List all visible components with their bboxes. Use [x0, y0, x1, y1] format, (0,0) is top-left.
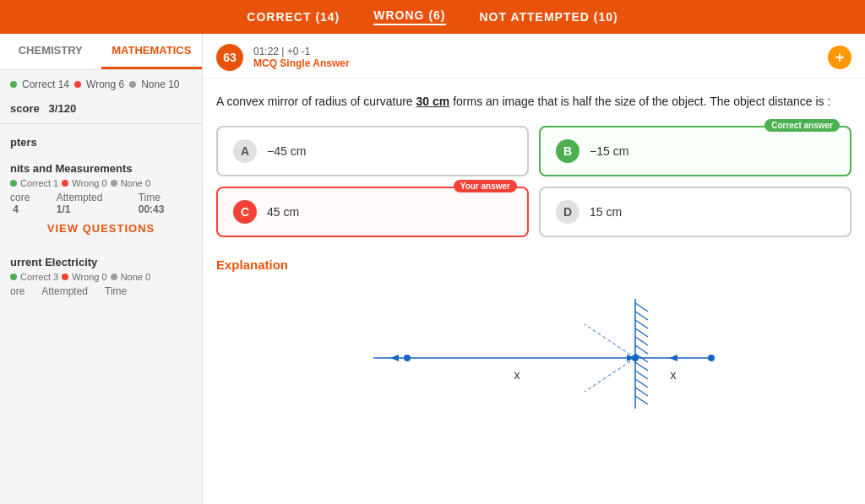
svg-point-17	[404, 355, 411, 361]
ch-time-label: Time 00:43	[139, 192, 192, 215]
chapter-units-stats: Correct 1 Wrong 0 None 0	[10, 178, 192, 188]
x-label-left: x	[514, 368, 520, 382]
correct-stat[interactable]: CORRECT (14)	[247, 10, 340, 24]
option-a-text: −45 cm	[267, 144, 306, 158]
chapter-current-details: ore Attempted Time	[10, 285, 192, 297]
chapters-label: pters	[0, 129, 202, 155]
svg-marker-2	[390, 355, 399, 361]
score-fraction: 3/120	[49, 102, 77, 115]
svg-line-20	[585, 324, 635, 358]
svg-line-15	[635, 387, 648, 396]
svg-line-13	[635, 371, 648, 379]
svg-marker-3	[669, 355, 677, 361]
ch2-wrong-dot	[62, 274, 68, 280]
svg-line-8	[635, 328, 648, 337]
option-b[interactable]: Correct answer B −15 cm	[539, 126, 851, 176]
question-header: 63 01:22 | +0 -1 MCQ Single Answer +	[203, 34, 865, 79]
your-answer-badge: Your answer	[454, 180, 517, 192]
ch2-score: ore	[10, 285, 24, 297]
summary-wrong: Wrong 6	[86, 79, 124, 90]
explanation-section: Explanation	[203, 251, 865, 431]
option-c-text: 45 cm	[267, 205, 299, 219]
options-grid: A −45 cm Correct answer B −15 cm Your an…	[203, 119, 865, 251]
chapter-current: urrent Electricity Correct 3 Wrong 0 Non…	[0, 249, 202, 305]
svg-line-12	[635, 362, 648, 371]
ch2-time-label: Time	[105, 285, 127, 297]
tab-chemistry[interactable]: CHEMISTRY	[0, 34, 101, 69]
summary-none: None 10	[141, 79, 179, 90]
ch2-correct-dot	[10, 274, 17, 280]
chapter-units-details: core 4 Attempted 1/1 Time 00:43	[10, 192, 192, 215]
svg-line-14	[635, 379, 648, 387]
svg-line-16	[635, 396, 648, 404]
mirror-diagram: x x	[323, 282, 745, 417]
sidebar-divider	[0, 123, 202, 124]
option-d-text: 15 cm	[590, 205, 622, 219]
svg-line-7	[635, 320, 648, 328]
stats-bar: CORRECT (14) WRONG (6) NOT ATTEMPTED (10…	[0, 0, 865, 34]
option-b-letter: B	[556, 139, 579, 163]
chapter-current-name: urrent Electricity	[10, 256, 192, 268]
ch2-none-dot	[111, 274, 117, 280]
correct-dot	[10, 81, 17, 88]
option-a-letter: A	[233, 139, 257, 163]
option-d-letter: D	[556, 200, 579, 224]
score-value	[42, 102, 46, 115]
question-number-badge: 63	[216, 44, 243, 71]
ch2-attempted-label: Attempted	[41, 285, 88, 297]
svg-line-6	[635, 312, 648, 320]
option-b-text: −15 cm	[590, 144, 628, 158]
content-area: 63 01:22 | +0 -1 MCQ Single Answer + A c…	[203, 34, 865, 504]
sidebar-score: score 3/120	[0, 99, 202, 118]
svg-point-19	[708, 355, 715, 361]
sidebar-tabs: CHEMISTRY MATHEMATICS	[0, 34, 202, 70]
svg-line-10	[635, 345, 648, 354]
question-body: A convex mirror of radius of curvature 3…	[203, 79, 865, 119]
ch-wrong-dot	[62, 180, 68, 187]
chapter-units-name: nits and Measurements	[10, 162, 192, 175]
x-label-right: x	[671, 368, 677, 382]
main-layout: CHEMISTRY MATHEMATICS Correct 14 Wrong 6…	[0, 34, 865, 504]
ch-none-dot	[111, 180, 117, 187]
sidebar-summary: Correct 14 Wrong 6 None 10	[0, 70, 202, 99]
ch-attempted-label: Attempted 1/1	[57, 192, 122, 215]
add-button[interactable]: +	[828, 46, 851, 69]
question-type: MCQ Single Answer	[253, 57, 818, 69]
option-d[interactable]: D 15 cm	[539, 187, 851, 237]
chapter-units: nits and Measurements Correct 1 Wrong 0 …	[0, 155, 202, 249]
ch-score-label: core 4	[10, 192, 40, 215]
option-c[interactable]: Your answer C 45 cm	[216, 187, 529, 237]
wrong-stat[interactable]: WRONG (6)	[373, 8, 445, 25]
svg-line-21	[585, 358, 635, 392]
score-label: score	[10, 102, 40, 115]
view-questions-button[interactable]: VIEW QUESTIONS	[10, 215, 192, 241]
ch-correct-dot	[10, 180, 17, 187]
svg-line-9	[635, 337, 648, 345]
explanation-title: Explanation	[216, 257, 851, 272]
question-meta: 01:22 | +0 -1 MCQ Single Answer	[253, 46, 818, 69]
chapter-current-stats: Correct 3 Wrong 0 None 0	[10, 272, 192, 282]
svg-line-5	[635, 303, 648, 312]
tab-mathematics[interactable]: MATHEMATICS	[101, 34, 203, 69]
diagram-area: x x	[216, 282, 851, 417]
none-dot	[129, 81, 136, 88]
option-a[interactable]: A −45 cm	[216, 126, 529, 176]
option-c-letter: C	[233, 200, 257, 224]
correct-answer-badge: Correct answer	[764, 119, 840, 132]
summary-correct: Correct 14	[22, 79, 69, 90]
wrong-dot	[74, 81, 81, 88]
not-attempted-stat[interactable]: NOT ATTEMPTED (10)	[480, 10, 618, 24]
sidebar: CHEMISTRY MATHEMATICS Correct 14 Wrong 6…	[0, 34, 203, 504]
question-time: 01:22 | +0 -1	[253, 46, 818, 57]
